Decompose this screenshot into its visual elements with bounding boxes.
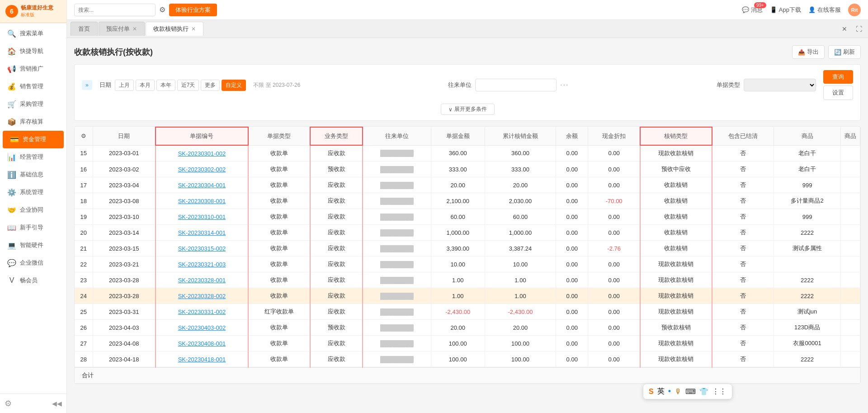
sidebar-item-guide[interactable]: 📖 新手引导 xyxy=(0,219,66,237)
floating-icon4[interactable]: ⌨ xyxy=(685,387,696,396)
docno-link[interactable]: SK-20230328-002 xyxy=(178,293,226,299)
floating-icon5[interactable]: 👕 xyxy=(699,387,708,396)
refresh-button[interactable]: 🔄 刷新 xyxy=(828,45,861,59)
floating-icon1[interactable]: 英 xyxy=(657,387,665,396)
docno-link[interactable]: SK-20230314-001 xyxy=(178,229,226,236)
cell-date: 2023-03-10 xyxy=(93,209,156,225)
sidebar-item-sales[interactable]: 💰 销售管理 xyxy=(0,78,66,95)
table-row[interactable]: 17 2023-03-04 SK-20230304-001 收款单 应收款 ██… xyxy=(75,177,860,193)
sidebar-item-system[interactable]: ⚙️ 系统管理 xyxy=(0,184,66,201)
table-row[interactable]: 25 2023-03-31 SK-20230331-002 红字收款单 应收款 … xyxy=(75,304,860,320)
docno-link[interactable]: SK-20230331-002 xyxy=(178,309,226,315)
docno-link[interactable]: SK-20230408-001 xyxy=(178,340,226,347)
cell-balance: 0.00 xyxy=(556,304,588,320)
solution-button[interactable]: 体验行业方案 xyxy=(169,4,217,16)
col-header-date: 日期 xyxy=(93,127,156,145)
table-row[interactable]: 20 2023-03-14 SK-20230314-001 收款单 应收款 ██… xyxy=(75,225,860,241)
table-row[interactable]: 24 2023-03-28 SK-20230328-002 收款单 应收款 ██… xyxy=(75,288,860,304)
sidebar-item-wechat[interactable]: 💬 企业微信 xyxy=(0,254,66,272)
floating-icon3[interactable]: 🎙 xyxy=(675,388,682,396)
docno-link[interactable]: SK-20230308-001 xyxy=(178,198,226,204)
sidebar-item-basic[interactable]: ℹ️ 基础信息 xyxy=(0,166,66,184)
sidebar-icon-hardware: 💻 xyxy=(7,241,16,250)
table-row[interactable]: 23 2023-03-28 SK-20230328-001 收款单 应收款 ██… xyxy=(75,272,860,288)
tab-close-payable[interactable]: ✕ xyxy=(132,26,137,32)
table-row[interactable]: 21 2023-03-15 SK-20230315-002 收款单 应收款 ██… xyxy=(75,241,860,256)
cell-date: 2023-03-21 xyxy=(93,256,156,272)
cell-date: 2023-04-18 xyxy=(93,351,156,368)
filter-date-this-month[interactable]: 本月 xyxy=(136,80,155,91)
sidebar-settings-icon[interactable]: ⚙ xyxy=(5,399,12,408)
sidebar-item-quick-nav[interactable]: 🏠 快捷导航 xyxy=(0,43,66,60)
filter-date-more[interactable]: 更多 xyxy=(201,80,220,91)
filter-date-custom[interactable]: 自定义 xyxy=(222,80,246,91)
table-row[interactable]: 16 2023-03-02 SK-20230302-002 收款单 预收款 ██… xyxy=(75,161,860,177)
sidebar-item-operations[interactable]: 📊 经营管理 xyxy=(0,148,66,166)
sidebar-item-purchase[interactable]: 🛒 采购管理 xyxy=(0,95,66,113)
tab-home[interactable]: 首页 xyxy=(71,22,98,36)
filter-settings-button[interactable]: 设置 xyxy=(823,85,853,100)
col-header-settings[interactable]: ⚙ xyxy=(75,127,93,145)
export-button[interactable]: 📤 导出 xyxy=(792,45,825,59)
cell-biztype: 应收款 xyxy=(310,177,363,193)
cell-docno: SK-20230328-002 xyxy=(156,288,248,304)
filter-date-last-month[interactable]: 上月 xyxy=(115,80,134,91)
cell-docno: SK-20230403-002 xyxy=(156,320,248,336)
docno-link[interactable]: SK-20230418-001 xyxy=(178,356,226,363)
table-row[interactable]: 28 2023-04-18 SK-20230418-001 收款单 应收款 ██… xyxy=(75,351,860,368)
tab-collection[interactable]: 收款核销执行 ✕ xyxy=(146,22,203,36)
sidebar-collapse-icon[interactable]: ◀◀ xyxy=(52,400,62,407)
cell-canceltype: 现款收款核销 xyxy=(640,336,712,351)
table-row[interactable]: 19 2023-03-10 SK-20230310-001 收款单 应收款 ██… xyxy=(75,209,860,225)
user-avatar[interactable]: Rit xyxy=(848,4,861,16)
filter-doctype-select[interactable] xyxy=(744,79,816,91)
sidebar-footer: ⚙ ◀◀ xyxy=(0,394,66,413)
filter-expand-button[interactable]: » xyxy=(82,80,92,90)
messages-item[interactable]: 💬 消息 99+ xyxy=(742,6,763,14)
tab-close-collection[interactable]: ✕ xyxy=(191,26,196,32)
topbar-settings-icon[interactable]: ⚙ xyxy=(159,5,165,14)
topbar-search-input[interactable] xyxy=(74,4,156,16)
sidebar-item-inventory[interactable]: 📦 库存核算 xyxy=(0,113,66,131)
docno-link[interactable]: SK-20230301-002 xyxy=(178,150,226,157)
filter-query-button[interactable]: 查询 xyxy=(823,70,853,84)
cell-balance: 0.00 xyxy=(556,256,588,272)
tab-maximize-btn[interactable]: ⛶ xyxy=(854,24,864,34)
floating-icon6[interactable]: ⋮⋮ xyxy=(712,387,726,396)
expand-more-button[interactable]: ∨ 展开更多条件 xyxy=(441,104,495,115)
docno-link[interactable]: SK-20230321-003 xyxy=(178,261,226,268)
docno-link[interactable]: SK-20230310-001 xyxy=(178,214,226,220)
docno-link[interactable]: SK-20230304-001 xyxy=(178,182,226,189)
cell-no: 16 xyxy=(75,161,93,177)
table-row[interactable]: 22 2023-03-21 SK-20230321-003 收款单 应收款 ██… xyxy=(75,256,860,272)
filter-date-7days[interactable]: 近7天 xyxy=(177,80,199,91)
cell-amount: 333.00 xyxy=(431,161,485,177)
filter-bar: » 日期 上月 本月 本年 近7天 更多 自定义 不限 至 2023-07-26… xyxy=(74,64,861,121)
sidebar-item-enterprise[interactable]: 🤝 企业协同 xyxy=(0,201,66,219)
avatar-text: Rit xyxy=(851,7,858,13)
docno-link[interactable]: SK-20230328-001 xyxy=(178,277,226,284)
filter-date-range: 不限 至 2023-07-26 xyxy=(253,81,300,89)
sidebar-item-marketing[interactable]: 📢 营销推广 xyxy=(0,60,66,78)
sidebar-item-vip[interactable]: V 畅会员 xyxy=(0,272,66,289)
table-row[interactable]: 15 2023-03-01 SK-20230301-002 收款单 应收款 ██… xyxy=(75,145,860,161)
table-row[interactable]: 18 2023-03-08 SK-20230308-001 收款单 应收款 ██… xyxy=(75,193,860,209)
docno-link[interactable]: SK-20230302-002 xyxy=(178,166,226,173)
table-row[interactable]: 27 2023-04-08 SK-20230408-001 收款单 应收款 ██… xyxy=(75,336,860,351)
filter-date-this-year[interactable]: 本年 xyxy=(156,80,175,91)
floating-icon2[interactable]: • xyxy=(668,387,671,396)
cell-goods2 xyxy=(841,145,860,161)
sidebar-item-hardware[interactable]: 💻 智能硬件 xyxy=(0,237,66,254)
docno-link[interactable]: SK-20230403-002 xyxy=(178,324,226,331)
cell-canceltype: 收款核销 xyxy=(640,209,712,225)
cell-cumulative: 360.00 xyxy=(485,145,556,161)
tab-payable[interactable]: 预应付单 ✕ xyxy=(99,22,145,36)
table-row[interactable]: 26 2023-04-03 SK-20230403-002 收款单 预收款 ██… xyxy=(75,320,860,336)
sidebar-item-finance[interactable]: 💳 资金管理 xyxy=(3,131,64,148)
docno-link[interactable]: SK-20230315-002 xyxy=(178,245,226,252)
sidebar-item-search[interactable]: 🔍 搜索菜单 xyxy=(0,25,66,43)
filter-partner-input[interactable] xyxy=(475,79,557,91)
tab-close-all-btn[interactable]: ✕ xyxy=(839,24,850,34)
online-service-item[interactable]: 👤 在线客服 xyxy=(808,6,841,14)
app-download-item[interactable]: 📱 App下载 xyxy=(770,6,801,14)
